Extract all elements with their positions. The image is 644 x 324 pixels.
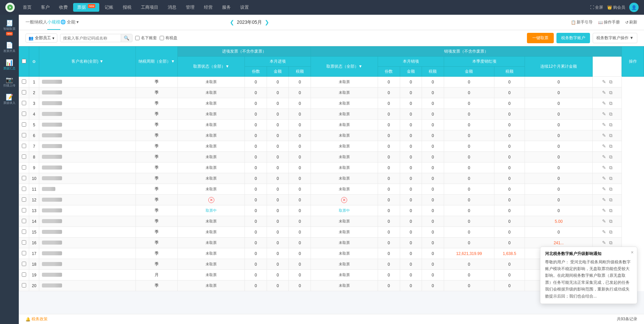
in-fetch-status-cell[interactable]: 未取票: [178, 270, 245, 280]
new-guide-link[interactable]: 📋 新手引导: [571, 19, 593, 25]
row-checkbox[interactable]: [22, 272, 26, 277]
copy-button[interactable]: ⧉: [608, 89, 613, 96]
th-customer-name[interactable]: 客户名称(全部) ▼: [39, 47, 136, 77]
nav-customer[interactable]: 客户: [37, 3, 54, 12]
copy-button[interactable]: ⧉: [608, 165, 613, 171]
out-fetch-status-cell[interactable]: 未取票: [311, 238, 378, 248]
out-fetch-status-cell[interactable]: 未取票: [311, 173, 378, 184]
next-month-button[interactable]: ❯: [265, 19, 269, 25]
edit-button[interactable]: ✎: [601, 132, 607, 138]
customer-name-cell[interactable]: [39, 216, 136, 227]
customer-name-cell[interactable]: [39, 163, 136, 173]
manual-link[interactable]: 📖 操作手册: [598, 19, 620, 25]
edit-button[interactable]: ✎: [601, 154, 607, 160]
row-checkbox[interactable]: [22, 144, 26, 148]
nav-operation[interactable]: 经营: [200, 3, 217, 12]
nav-settings[interactable]: 设置: [236, 3, 253, 12]
edit-button[interactable]: ✎: [601, 218, 607, 224]
out-fetch-status-cell[interactable]: 未取票: [311, 216, 378, 227]
edit-button[interactable]: ✎: [601, 122, 607, 128]
customer-name-cell[interactable]: [39, 87, 136, 98]
nav-business[interactable]: 工商项目: [137, 3, 162, 12]
in-fetch-status-cell[interactable]: 取票中: [178, 205, 245, 216]
edit-button[interactable]: ✎: [601, 207, 607, 213]
in-fetch-status-cell[interactable]: 未取票: [178, 184, 245, 195]
in-fetch-status-cell[interactable]: 未取票: [178, 259, 245, 270]
row-checkbox[interactable]: [22, 112, 26, 116]
in-fetch-status-cell[interactable]: 未取票: [178, 77, 245, 87]
copy-button[interactable]: ⧉: [608, 79, 613, 85]
copy-button[interactable]: ⧉: [608, 240, 613, 246]
nav-tax[interactable]: 报税: [119, 3, 136, 12]
sidebar-item-invoice-open[interactable]: 📄 发票开具: [1, 40, 18, 56]
edit-button[interactable]: ✎: [601, 143, 607, 149]
row-checkbox[interactable]: [22, 240, 26, 245]
in-fetch-status-cell[interactable]: 未取票: [178, 87, 245, 98]
th-out-fetch-status[interactable]: 取票状态（全部）▼: [311, 57, 378, 77]
customer-name-cell[interactable]: [39, 280, 136, 291]
copy-button[interactable]: ⧉: [608, 207, 613, 214]
row-checkbox[interactable]: [22, 154, 26, 159]
in-fetch-status-cell[interactable]: 未取票: [178, 238, 245, 248]
row-checkbox[interactable]: [22, 283, 26, 287]
in-fetch-status-cell[interactable]: 未取票: [178, 248, 245, 259]
edit-button[interactable]: ✎: [601, 165, 607, 171]
out-fetch-status-cell[interactable]: 未取票: [311, 259, 378, 270]
copy-button[interactable]: ⧉: [608, 197, 613, 203]
row-checkbox[interactable]: [22, 79, 26, 84]
row-checkbox[interactable]: [22, 122, 26, 127]
one-key-fetch-button[interactable]: 一键取票: [527, 33, 554, 43]
copy-button[interactable]: ⧉: [608, 186, 613, 192]
copy-button[interactable]: ⧉: [608, 218, 613, 224]
member-btn[interactable]: 👑 购会员: [607, 5, 625, 10]
tax-digital-op-button[interactable]: 税务数字账户操作 ▼: [593, 33, 637, 43]
staff-selector[interactable]: 👥 全部员工 ▾: [25, 34, 57, 43]
sub-account-checkbox[interactable]: [135, 36, 140, 40]
sidebar-item-smart-fetch[interactable]: 🧾 智能取票 new: [1, 17, 18, 38]
out-fetch-status-cell[interactable]: 未取票: [311, 98, 378, 109]
fullscreen-btn[interactable]: ⛶ 全屏: [590, 5, 603, 10]
refresh-link[interactable]: ↺ 刷新: [625, 19, 637, 25]
out-fetch-status-cell[interactable]: 未取票: [311, 120, 378, 130]
out-fetch-status-cell[interactable]: 未取票: [311, 109, 378, 120]
checkbox-has-tax-device[interactable]: 有税盘: [160, 35, 177, 41]
row-checkbox[interactable]: [22, 90, 26, 94]
in-fetch-status-cell[interactable]: 未取票: [178, 141, 245, 152]
out-fetch-status-cell[interactable]: 取票中: [311, 205, 378, 216]
out-fetch-status-cell[interactable]: 未取票: [311, 184, 378, 195]
th-tax-period[interactable]: 纳税周期（全部）▼: [136, 47, 178, 77]
edit-button[interactable]: ✎: [601, 111, 607, 117]
out-fetch-status-cell[interactable]: 未取票: [311, 87, 378, 98]
tax-digital-button[interactable]: 税务数字账户: [556, 33, 590, 43]
row-checkbox[interactable]: [22, 176, 26, 180]
row-checkbox[interactable]: [22, 101, 26, 105]
row-checkbox[interactable]: [22, 262, 26, 266]
row-checkbox[interactable]: [22, 230, 26, 234]
out-fetch-status-cell[interactable]: 未取票: [311, 163, 378, 173]
checkbox-sub-account[interactable]: 名下账套: [135, 35, 157, 41]
customer-name-cell[interactable]: [39, 109, 136, 120]
in-fetch-status-cell[interactable]: 未取票: [178, 98, 245, 109]
copy-button[interactable]: ⧉: [608, 122, 613, 128]
sidebar-item-scan-upload[interactable]: 📷 扫描上传: [1, 74, 18, 90]
customer-name-cell[interactable]: [39, 184, 136, 195]
in-fetch-status-cell[interactable]: 未取票: [178, 280, 245, 291]
in-fetch-status-cell[interactable]: 未取票: [178, 152, 245, 163]
edit-button[interactable]: ✎: [601, 186, 607, 192]
popup-close-button[interactable]: ×: [631, 250, 634, 255]
nav-invoice[interactable]: 票据 new: [73, 3, 99, 12]
nav-bookkeeping[interactable]: 记账: [101, 3, 117, 12]
in-fetch-status-cell[interactable]: 未取票: [178, 120, 245, 130]
row-checkbox[interactable]: [22, 219, 26, 223]
sidebar-item-invoice-summary[interactable]: 📊 票据汇总: [1, 57, 18, 73]
out-fetch-status-cell[interactable]: 未取票: [311, 248, 378, 259]
customer-name-cell[interactable]: [39, 141, 136, 152]
edit-button[interactable]: ✎: [601, 240, 607, 246]
in-fetch-status-cell[interactable]: ✕: [178, 195, 245, 205]
in-fetch-status-cell[interactable]: 未取票: [178, 216, 245, 227]
copy-button[interactable]: ⧉: [608, 143, 613, 149]
edit-button[interactable]: ✎: [601, 197, 607, 203]
out-fetch-status-cell[interactable]: 未取票: [311, 152, 378, 163]
edit-button[interactable]: ✎: [601, 79, 607, 85]
tax-device-checkbox[interactable]: [160, 36, 164, 40]
